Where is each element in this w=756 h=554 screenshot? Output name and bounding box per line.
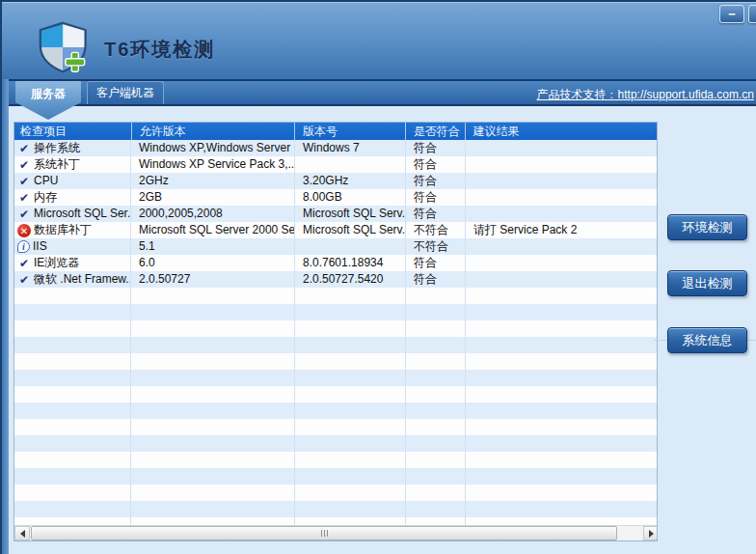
- empty-table-row[interactable]: [14, 386, 658, 402]
- empty-table-row[interactable]: [14, 370, 658, 386]
- table-row[interactable]: 系统补丁 Windows XP Service Pack 3,... 符合: [14, 156, 658, 173]
- page-title: T6环境检测: [104, 37, 215, 63]
- column-header-version[interactable]: 版本号: [294, 123, 405, 140]
- cell-suggestion: [466, 271, 658, 288]
- cell-allowed-version: 2.0.50727: [131, 271, 295, 288]
- cell-allowed-version: Microsoft SQL Server 2000 Ser...: [131, 222, 295, 238]
- cell-item: 微软 .Net Framew...: [14, 271, 131, 288]
- cell-version: [295, 304, 406, 320]
- empty-table-row[interactable]: [14, 353, 658, 370]
- cell-item: [14, 304, 131, 320]
- cell-allowed-version: 2GB: [131, 189, 295, 206]
- cell-version: Microsoft SQL Serv...: [295, 206, 406, 222]
- cell-suggestion: [466, 452, 658, 468]
- empty-table-row[interactable]: [14, 320, 658, 337]
- cell-item: 内存: [14, 189, 131, 206]
- cell-version: [295, 156, 406, 173]
- minimize-button[interactable]: −: [719, 5, 744, 23]
- status-icon: [17, 158, 31, 172]
- cell-compliant: [406, 386, 466, 402]
- table-row[interactable]: 微软 .Net Framew... 2.0.50727 2.0.50727.54…: [14, 271, 658, 288]
- cell-item: IE浏览器: [14, 255, 131, 271]
- close-button[interactable]: ×: [748, 5, 756, 23]
- env-check-button[interactable]: 环境检测: [667, 214, 747, 240]
- empty-table-row[interactable]: [14, 419, 658, 435]
- cell-suggestion: [466, 353, 658, 370]
- cell-compliant: [406, 402, 466, 419]
- cell-suggestion: [466, 238, 658, 255]
- cell-version: [295, 288, 406, 304]
- scroll-right-button[interactable]: [643, 526, 658, 540]
- empty-table-row[interactable]: [14, 288, 658, 304]
- cell-version: [295, 485, 406, 501]
- status-icon: [17, 273, 31, 287]
- scroll-left-button[interactable]: [14, 526, 30, 540]
- cell-suggestion: [466, 255, 658, 271]
- column-header-allowed[interactable]: 允许版本: [131, 123, 294, 140]
- cell-compliant: 符合: [406, 271, 466, 288]
- cell-allowed-version: Windows XP Service Pack 3,...: [131, 156, 295, 173]
- table-row[interactable]: 内存 2GB 8.00GB 符合: [14, 189, 658, 206]
- cell-item: Microsoft SQL Ser...: [14, 206, 131, 222]
- cell-item: [14, 419, 131, 435]
- cell-suggestion: [466, 435, 658, 452]
- table-row[interactable]: 操作系统 Windows XP,Windows Server ... Windo…: [14, 140, 658, 156]
- cell-version: [295, 353, 406, 370]
- cell-version: [295, 452, 406, 468]
- cell-item: [14, 452, 131, 468]
- check-results-listview: 检查项目 允许版本 版本号 是否符合 建议结果 操作系统 Windows XP,…: [14, 122, 658, 541]
- empty-table-row[interactable]: [14, 501, 658, 517]
- table-row[interactable]: CPU 2GHz 3.20GHz 符合: [14, 173, 658, 189]
- cell-suggestion: [466, 485, 658, 501]
- scrollbar-thumb[interactable]: [31, 526, 617, 540]
- cell-version: [295, 386, 406, 402]
- column-header-suggestion[interactable]: 建议结果: [465, 123, 657, 140]
- cell-suggestion: [466, 402, 658, 419]
- cell-compliant: [406, 288, 466, 304]
- empty-table-row[interactable]: [14, 402, 658, 419]
- cell-suggestion: [466, 173, 658, 189]
- scrollbar-track[interactable]: [30, 526, 643, 540]
- cell-version: 2.0.50727.5420: [295, 271, 406, 288]
- thumb-grip-icon: [327, 530, 328, 537]
- item-label: IIS: [33, 238, 47, 255]
- cell-suggestion: [466, 156, 658, 173]
- column-header-item[interactable]: 检查项目: [14, 123, 131, 140]
- cell-version: [295, 419, 406, 435]
- cell-suggestion: [466, 140, 658, 156]
- empty-table-row[interactable]: [14, 452, 658, 468]
- empty-table-row[interactable]: [14, 485, 658, 501]
- cell-version: [295, 435, 406, 452]
- cell-allowed-version: [131, 386, 295, 402]
- cell-item: [14, 353, 131, 370]
- exit-check-button[interactable]: 退出检测: [667, 270, 747, 296]
- cell-allowed-version: [131, 304, 295, 320]
- status-icon: [17, 175, 31, 188]
- cell-allowed-version: [131, 419, 295, 435]
- item-label: 系统补丁: [34, 156, 80, 173]
- shield-plus-logo-icon: [35, 21, 94, 73]
- table-row[interactable]: IE浏览器 6.0 8.0.7601.18934 符合: [14, 255, 658, 271]
- cell-item: [14, 386, 131, 402]
- table-row[interactable]: Microsoft SQL Ser... 2000,2005,2008 Micr…: [14, 206, 658, 222]
- status-icon: [17, 208, 31, 221]
- cell-suggestion: [466, 320, 658, 337]
- empty-table-row[interactable]: [14, 468, 658, 485]
- empty-table-row[interactable]: [14, 304, 658, 320]
- tab-client-machine[interactable]: 客户端机器: [87, 81, 164, 104]
- support-link[interactable]: 产品技术支持：http://support.ufida.com.cn: [537, 87, 754, 103]
- cell-allowed-version: [131, 402, 295, 419]
- empty-table-row[interactable]: [14, 435, 658, 452]
- table-row[interactable]: 数据库补丁 Microsoft SQL Server 2000 Ser... M…: [14, 222, 658, 238]
- table-row[interactable]: IIS 5.1 不符合: [14, 238, 658, 255]
- cell-version: 3.20GHz: [295, 173, 406, 189]
- item-label: 操作系统: [34, 140, 80, 156]
- empty-table-row[interactable]: [14, 337, 658, 353]
- column-header-compliant[interactable]: 是否符合: [405, 123, 465, 140]
- system-info-button[interactable]: 系统信息: [667, 327, 747, 353]
- tab-server[interactable]: 服务器: [15, 81, 81, 120]
- cell-allowed-version: [131, 370, 295, 386]
- status-icon: [17, 240, 30, 253]
- cell-suggestion: [466, 386, 658, 402]
- cell-allowed-version: [131, 353, 295, 370]
